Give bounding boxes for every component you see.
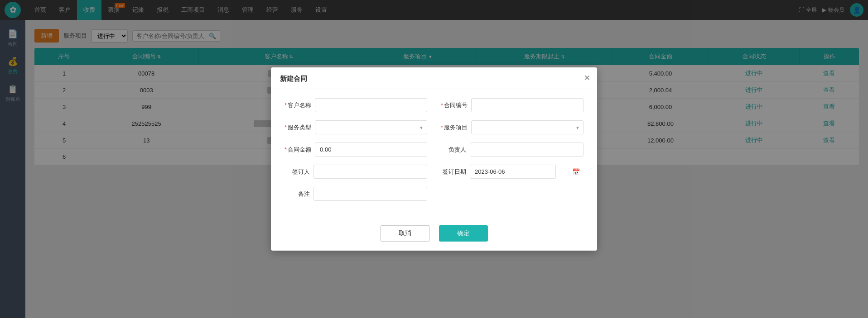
sign-date-label: 签订日期 <box>441 168 466 176</box>
field-signer: 签订人 <box>285 165 427 179</box>
new-contract-modal: 新建合同 ✕ *客户名称 *合同编号 <box>271 67 597 251</box>
modal-footer: 取消 确定 <box>271 218 597 251</box>
signer-input[interactable] <box>313 165 427 179</box>
modal-close-button[interactable]: ✕ <box>584 74 590 82</box>
sign-date-input[interactable] <box>470 165 556 179</box>
amount-label: *合同金额 <box>285 146 311 154</box>
field-service-item: *服务项目 ▼ <box>441 120 583 134</box>
amount-input[interactable] <box>315 142 427 157</box>
date-input-wrapper: 📅 <box>470 165 583 179</box>
field-contract-no: *合同编号 <box>441 98 583 112</box>
required-star: * <box>285 146 287 153</box>
contract-no-input[interactable] <box>471 98 583 112</box>
form-row-4: 签订人 签订日期 📅 <box>285 165 583 179</box>
modal-overlay: 新建合同 ✕ *客户名称 *合同编号 <box>25 20 868 318</box>
required-star: * <box>441 124 443 131</box>
service-type-wrapper: ▼ <box>315 120 427 134</box>
content-area: 新增 服务项目 进行中 已完成 已终止 🔍 序号 合同编号⇅ 客户名称⇅ <box>25 20 868 318</box>
service-item-wrapper: ▼ <box>471 120 583 134</box>
service-type-label: *服务类型 <box>285 123 311 132</box>
form-row-5: 备注 <box>285 187 583 201</box>
cancel-button[interactable]: 取消 <box>380 225 430 242</box>
modal-header: 新建合同 ✕ <box>271 67 597 89</box>
main-layout: 📄 合同 💰 收费 📋 对账单 新增 服务项目 进行中 已完成 已终止 🔍 <box>0 20 868 318</box>
remark-label: 备注 <box>285 190 310 198</box>
required-star: * <box>285 102 287 109</box>
form-row-1: *客户名称 *合同编号 <box>285 98 583 112</box>
field-customer: *客户名称 <box>285 98 427 112</box>
required-star: * <box>441 102 443 109</box>
modal-body: *客户名称 *合同编号 <box>271 89 597 218</box>
service-item-select[interactable] <box>471 120 583 134</box>
responsible-input[interactable] <box>470 142 583 157</box>
confirm-button[interactable]: 确定 <box>439 225 488 242</box>
form-row-3: *合同金额 负责人 <box>285 142 583 157</box>
customer-input[interactable] <box>315 98 427 112</box>
form-row-2: *服务类型 ▼ *服务项目 <box>285 120 583 134</box>
modal-title: 新建合同 <box>280 75 307 82</box>
field-sign-date: 签订日期 📅 <box>441 165 583 179</box>
required-star: * <box>285 124 287 131</box>
signer-label: 签订人 <box>285 168 310 176</box>
responsible-label: 负责人 <box>441 146 466 154</box>
contract-no-label: *合同编号 <box>441 101 468 109</box>
customer-label: *客户名称 <box>285 101 311 109</box>
field-responsible: 负责人 <box>441 142 583 157</box>
calendar-icon: 📅 <box>572 168 580 176</box>
service-type-select[interactable] <box>315 120 427 134</box>
remark-input[interactable] <box>313 187 427 201</box>
service-item-label: *服务项目 <box>441 123 468 132</box>
field-service-type: *服务类型 ▼ <box>285 120 427 134</box>
field-amount: *合同金额 <box>285 142 427 157</box>
field-remark: 备注 <box>285 187 427 201</box>
